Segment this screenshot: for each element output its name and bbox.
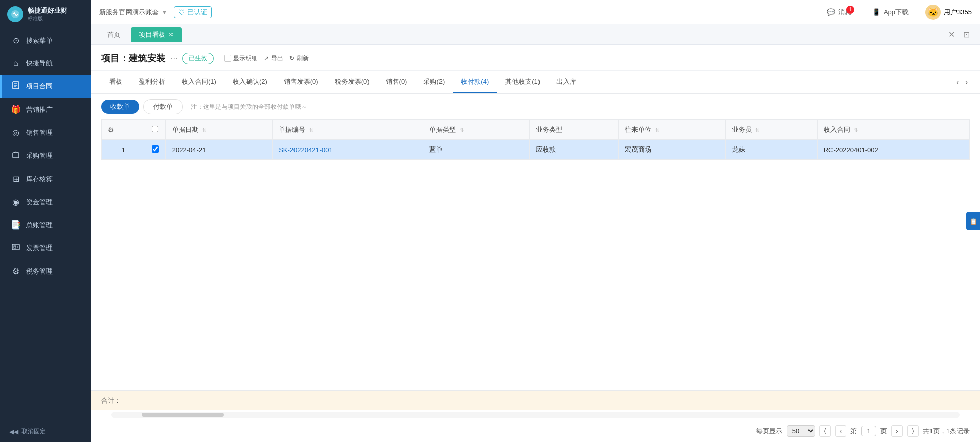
svg-rect-5 — [13, 153, 19, 158]
th-type[interactable]: 单据类型 ⇅ — [423, 120, 530, 140]
project-header: 项目：建筑安装 ··· 已生效 显示明细 ↗ 导出 ↻ 刷新 — [91, 45, 980, 71]
sidebar-unpin[interactable]: ◀◀ 取消固定 — [0, 421, 91, 442]
sidebar-item-search[interactable]: ⊙ 搜索菜单 — [0, 29, 91, 52]
user-info[interactable]: 🐱 用户3355 — [925, 5, 972, 20]
project-header-actions: 显示明细 ↗ 导出 ↻ 刷新 — [224, 54, 309, 63]
project-more-button[interactable]: ··· — [170, 54, 177, 63]
export-icon: ↗ — [264, 55, 269, 62]
sidebar-footer-label: 取消固定 — [21, 427, 46, 436]
contract-icon — [11, 81, 21, 91]
sidebar-item-tax[interactable]: ⚙ 税务管理 — [0, 260, 91, 283]
sidebar-item-label: 营销推广 — [26, 105, 53, 114]
tab-bar: 首页 项目看板 ✕ ✕ ⊡ — [91, 24, 980, 45]
shield-icon: 🛡 — [178, 8, 185, 16]
app-download-button[interactable]: 📱 App下载 — [868, 6, 913, 19]
sub-tab-next-button[interactable]: › — [963, 76, 970, 89]
row-income-contract: RC-20220401-002 — [824, 146, 878, 154]
home-icon: ⌂ — [11, 59, 21, 68]
account-name: 新服务官网演示账套 — [99, 8, 159, 17]
current-page: 1 — [861, 426, 876, 436]
th-date-label: 单据日期 — [172, 126, 199, 133]
th-salesperson[interactable]: 业务员 ⇅ — [725, 120, 817, 140]
sub-tab-nav: ‹ › — [954, 76, 970, 89]
user-label: 用户3355 — [944, 8, 972, 17]
tab-maximize-button[interactable]: ⊡ — [961, 29, 972, 40]
sub-tab-stock-io-label: 出入库 — [556, 78, 576, 85]
content-area: 项目：建筑安装 ··· 已生效 显示明细 ↗ 导出 ↻ 刷新 — [91, 45, 980, 442]
sort-icon-number: ⇅ — [309, 127, 313, 133]
sidebar-item-funds[interactable]: ◉ 资金管理 — [0, 190, 91, 213]
sub-tab-income-confirm[interactable]: 收入确认(2) — [225, 71, 276, 93]
sub-tab-sales-invoice[interactable]: 销售发票(0) — [276, 71, 327, 93]
next-page-button[interactable]: › — [891, 425, 902, 437]
sidebar-item-contracts[interactable]: 项目合同 — [0, 75, 91, 98]
sub-tab-kanban[interactable]: 看板 — [101, 71, 131, 93]
row-date: 2022-04-21 — [172, 146, 206, 154]
funds-icon: ◉ — [11, 197, 21, 207]
tab-home[interactable]: 首页 — [99, 27, 129, 42]
messages-button[interactable]: 💬 消息 1 — [823, 6, 855, 19]
main-area: 新服务官网演示账套 ▼ 🛡 已认证 💬 消息 1 📱 App下载 🐱 用户335… — [91, 0, 980, 442]
sidebar-item-label: 总账管理 — [26, 220, 53, 230]
first-page-button[interactable]: ⟨ — [819, 425, 831, 437]
sub-tab-receipt[interactable]: 收付款(4) — [453, 71, 497, 93]
sub-tab-receipt-label: 收付款(4) — [461, 78, 489, 85]
th-biz-type-label: 业务类型 — [536, 126, 562, 133]
sidebar-item-marketing[interactable]: 🎁 营销推广 — [0, 98, 91, 121]
th-number[interactable]: 单据编号 ⇅ — [273, 120, 423, 140]
horizontal-scrollbar[interactable] — [91, 410, 980, 420]
td-date: 2022-04-21 — [165, 140, 272, 160]
export-button[interactable]: ↗ 导出 — [264, 54, 283, 63]
sidebar-item-sales[interactable]: ◎ 销售管理 — [0, 121, 91, 144]
sales-icon: ◎ — [11, 128, 21, 137]
refresh-button[interactable]: ↻ 刷新 — [289, 54, 309, 63]
th-date[interactable]: 单据日期 ⇅ — [165, 120, 272, 140]
tab-close-icon[interactable]: ✕ — [168, 31, 174, 38]
sub-tab-stock-io[interactable]: 出入库 — [548, 71, 584, 93]
top-header: 新服务官网演示账套 ▼ 🛡 已认证 💬 消息 1 📱 App下载 🐱 用户335… — [91, 0, 980, 24]
last-page-button[interactable]: ⟩ — [907, 425, 919, 437]
sidebar-item-invoice[interactable]: 发票管理 — [0, 236, 91, 260]
app-logo-text: 畅捷通好业财 标准版 — [28, 6, 67, 22]
tab-project-board[interactable]: 项目看板 ✕ — [131, 27, 182, 42]
sub-tab-tax-invoice[interactable]: 税务发票(0) — [327, 71, 378, 93]
sub-tab-profit[interactable]: 盈利分析 — [131, 71, 174, 93]
sub-tab-prev-button[interactable]: ‹ — [954, 76, 961, 89]
show-detail-checkbox[interactable]: 显示明细 — [224, 54, 258, 63]
payment-bill-tab[interactable]: 付款单 — [143, 99, 183, 114]
th-counterparty[interactable]: 往来单位 ⇅ — [619, 120, 725, 140]
side-action-button[interactable]: 📋 — [966, 212, 980, 230]
sidebar-item-quicknav[interactable]: ⌂ 快捷导航 — [0, 52, 91, 75]
table-header-row: ⚙ 单据日期 ⇅ 单据编号 ⇅ — [102, 120, 970, 140]
sub-tab-other-expense[interactable]: 其他收支(1) — [497, 71, 548, 93]
per-page-select[interactable]: 50 100 200 — [787, 425, 815, 437]
row-select-checkbox[interactable] — [152, 145, 159, 153]
tab-close-window-button[interactable]: ✕ — [946, 29, 957, 40]
sub-tab-other-expense-label: 其他收支(1) — [505, 78, 540, 85]
sub-tab-profit-label: 盈利分析 — [139, 78, 165, 85]
sub-tab-kanban-label: 看板 — [109, 78, 122, 85]
sidebar-item-purchase[interactable]: 采购管理 — [0, 144, 91, 167]
table-container: ⚙ 单据日期 ⇅ 单据编号 ⇅ — [91, 119, 980, 390]
sort-icon-type: ⇅ — [460, 127, 464, 133]
receipt-type-tabs: 收款单 付款单 注：这里是与项目关联的全部收付款单哦～ — [91, 94, 980, 119]
sub-tab-tax-invoice-label: 税务发票(0) — [335, 78, 370, 85]
inventory-icon: ⊞ — [11, 174, 21, 184]
sub-tab-income-contract[interactable]: 收入合同(1) — [174, 71, 225, 93]
th-income-contract-label: 收入合同 — [824, 126, 850, 133]
sub-tab-purchase[interactable]: 采购(2) — [415, 71, 453, 93]
row-number-link[interactable]: SK-20220421-001 — [279, 146, 333, 154]
table-row[interactable]: 1 2022-04-21 SK-20220421-001 蓝单 — [102, 140, 970, 160]
receipt-bill-tab[interactable]: 收款单 — [101, 100, 139, 114]
sub-tab-sales[interactable]: 销售(0) — [378, 71, 415, 93]
column-settings-button[interactable]: ⚙ — [108, 126, 114, 134]
select-all-checkbox[interactable] — [152, 126, 158, 132]
account-selector[interactable]: 新服务官网演示账套 ▼ — [99, 8, 167, 17]
prev-page-button[interactable]: ‹ — [835, 425, 846, 437]
sidebar-item-ledger[interactable]: 📑 总账管理 — [0, 213, 91, 236]
sidebar-item-inventory[interactable]: ⊞ 库存核算 — [0, 167, 91, 190]
avatar: 🐱 — [925, 5, 941, 20]
th-income-contract[interactable]: 收入合同 ⇅ — [817, 120, 969, 140]
sort-icon-income-contract: ⇅ — [854, 127, 858, 133]
search-icon: ⊙ — [11, 36, 21, 45]
